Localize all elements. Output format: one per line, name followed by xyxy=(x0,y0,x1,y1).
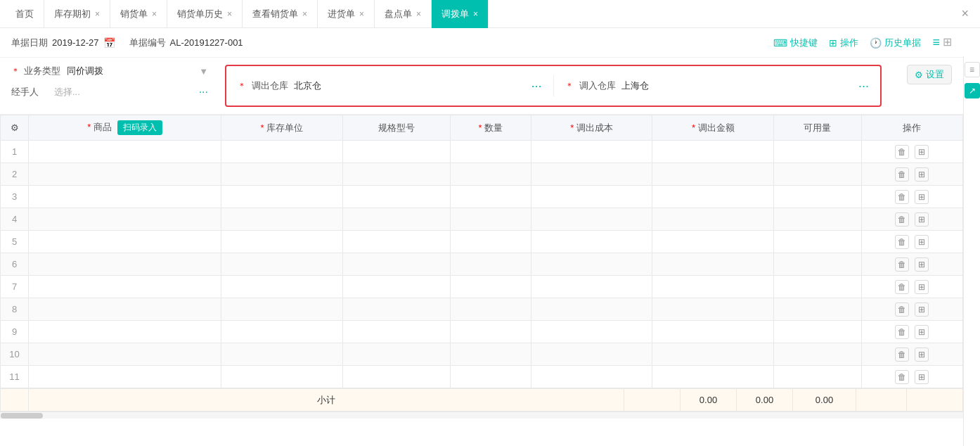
row-available xyxy=(774,141,861,163)
row-operations: 🗑 ⊞ xyxy=(861,186,963,208)
tab-close-stocktake[interactable]: × xyxy=(416,9,421,19)
row-spec xyxy=(342,186,450,208)
tab-sales-order[interactable]: 销货单 × xyxy=(110,0,167,28)
tab-close-transfer[interactable]: × xyxy=(473,9,478,19)
row-unit xyxy=(221,298,343,321)
history-btn[interactable]: 🕐 历史单据 xyxy=(870,37,921,49)
col-cost: * 调出成本 xyxy=(531,115,652,141)
row-spec xyxy=(342,231,450,253)
tab-close-view-sales[interactable]: × xyxy=(302,9,307,19)
copy-icon[interactable]: ⊞ xyxy=(915,235,929,249)
row-product[interactable] xyxy=(29,343,221,366)
row-available xyxy=(774,343,861,366)
warehouse-out-more-icon[interactable]: ··· xyxy=(531,79,541,94)
row-amount xyxy=(652,208,774,231)
scroll-thumb[interactable] xyxy=(1,413,43,419)
row-product[interactable] xyxy=(29,321,221,343)
row-product[interactable] xyxy=(29,231,221,253)
grid-view-btn[interactable]: ⊞ xyxy=(943,35,952,50)
copy-icon[interactable]: ⊞ xyxy=(915,145,929,159)
row-spec xyxy=(342,343,450,366)
doc-num-label: 单据编号 xyxy=(129,37,166,49)
row-spec xyxy=(342,208,450,231)
business-type-value: 同价调拨 xyxy=(67,65,195,77)
row-num: 11 xyxy=(1,366,29,388)
row-product[interactable] xyxy=(29,208,221,231)
row-qty xyxy=(450,141,531,163)
copy-icon[interactable]: ⊞ xyxy=(915,302,929,317)
delete-icon[interactable]: 🗑 xyxy=(895,190,909,204)
table-row: 10 🗑 ⊞ xyxy=(1,343,963,366)
list-view-btn[interactable]: ≡ xyxy=(932,35,940,50)
copy-icon[interactable]: ⊞ xyxy=(915,190,929,204)
warehouse-out-field: ＊ 调出仓库 北京仓 ··· xyxy=(238,79,542,94)
gear-icon[interactable]: ⚙ xyxy=(11,122,19,133)
settings-btn[interactable]: ⚙ 设置 xyxy=(907,65,952,84)
delete-icon[interactable]: 🗑 xyxy=(895,145,909,159)
tab-close-sales-history[interactable]: × xyxy=(227,9,232,19)
row-amount xyxy=(652,186,774,208)
row-product[interactable] xyxy=(29,141,221,163)
copy-icon[interactable]: ⊞ xyxy=(915,325,929,339)
delete-icon[interactable]: 🗑 xyxy=(895,257,909,272)
tab-stocktake[interactable]: 盘点单 × xyxy=(375,0,432,28)
handler-value[interactable]: 选择... xyxy=(54,86,195,98)
scan-btn[interactable]: 扫码录入 xyxy=(117,120,162,135)
col-spec: 规格型号 xyxy=(342,115,450,141)
copy-icon[interactable]: ⊞ xyxy=(915,212,929,227)
copy-icon[interactable]: ⊞ xyxy=(915,167,929,181)
business-type-dropdown-icon[interactable]: ▼ xyxy=(199,66,208,77)
delete-icon[interactable]: 🗑 xyxy=(895,167,909,181)
calendar-icon[interactable]: 📅 xyxy=(103,37,115,49)
doc-num-field: 单据编号 AL-20191227-001 xyxy=(129,37,243,49)
col-operations: 操作 xyxy=(861,115,963,141)
settings-icon: ⚙ xyxy=(915,70,923,80)
row-operations: 🗑 ⊞ xyxy=(861,321,963,343)
tab-view-sales[interactable]: 查看销货单 × xyxy=(243,0,318,28)
horizontal-scrollbar[interactable] xyxy=(0,412,963,419)
copy-icon[interactable]: ⊞ xyxy=(915,348,929,362)
delete-icon[interactable]: 🗑 xyxy=(895,235,909,249)
handler-more-icon[interactable]: ··· xyxy=(199,86,208,98)
tab-inventory-init[interactable]: 库存期初 × xyxy=(44,0,110,28)
row-qty xyxy=(450,298,531,321)
row-available xyxy=(774,276,861,298)
subtotal-cost: 0.00 xyxy=(756,395,773,405)
tab-close-inventory-init[interactable]: × xyxy=(95,9,100,19)
row-product[interactable] xyxy=(29,276,221,298)
delete-icon[interactable]: 🗑 xyxy=(895,370,909,384)
row-product[interactable] xyxy=(29,253,221,276)
delete-icon[interactable]: 🗑 xyxy=(895,325,909,339)
copy-icon[interactable]: ⊞ xyxy=(915,370,929,384)
delete-icon[interactable]: 🗑 xyxy=(895,212,909,227)
delete-icon[interactable]: 🗑 xyxy=(895,280,909,294)
delete-icon[interactable]: 🗑 xyxy=(895,302,909,317)
tab-close-purchase-order[interactable]: × xyxy=(359,9,364,19)
row-operations: 🗑 ⊞ xyxy=(861,343,963,366)
warehouse-in-more-icon[interactable]: ··· xyxy=(858,79,869,94)
row-cost xyxy=(531,141,652,163)
row-num: 2 xyxy=(1,163,29,186)
tab-purchase-order[interactable]: 进货单 × xyxy=(318,0,375,28)
tab-sales-history[interactable]: 销货单历史 × xyxy=(167,0,243,28)
sidebar-list-btn[interactable]: ≡ xyxy=(965,62,980,77)
delete-icon[interactable]: 🗑 xyxy=(895,348,909,362)
copy-icon[interactable]: ⊞ xyxy=(915,257,929,272)
row-product[interactable] xyxy=(29,163,221,186)
copy-icon[interactable]: ⊞ xyxy=(915,280,929,294)
tab-close-sales-order[interactable]: × xyxy=(152,9,157,19)
sidebar-export-btn[interactable]: ↗ xyxy=(965,83,980,98)
content-area: 单据日期 2019-12-27 📅 单据编号 AL-20191227-001 ⌨… xyxy=(0,28,980,446)
row-product[interactable] xyxy=(29,298,221,321)
business-type-field: ＊ 业务类型 同价调拨 ▼ xyxy=(11,65,208,77)
table-row: 7 🗑 ⊞ xyxy=(1,276,963,298)
row-spec xyxy=(342,321,450,343)
tab-transfer[interactable]: 调拨单 × xyxy=(432,0,489,28)
tab-home[interactable]: 首页 xyxy=(6,0,44,28)
row-product[interactable] xyxy=(29,366,221,388)
row-num: 4 xyxy=(1,208,29,231)
window-close-btn[interactable]: × xyxy=(961,6,969,20)
row-product[interactable] xyxy=(29,186,221,208)
shortcuts-btn[interactable]: ⌨ 快捷键 xyxy=(773,37,818,49)
operations-btn[interactable]: ⊞ 操作 xyxy=(829,37,858,49)
